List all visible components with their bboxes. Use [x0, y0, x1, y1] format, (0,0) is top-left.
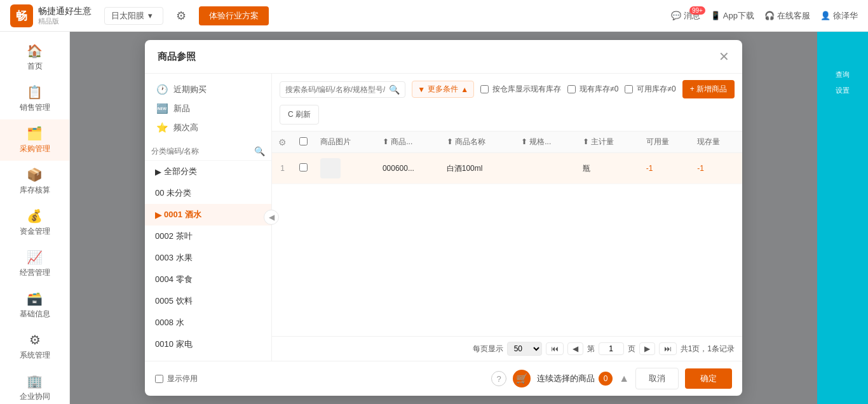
category-0010[interactable]: 0010 家电	[145, 333, 271, 354]
clock-icon: 🕐	[156, 84, 168, 95]
category-0005[interactable]: 0005 饮料	[145, 290, 271, 312]
category-0008[interactable]: 0008 水	[145, 312, 271, 333]
checkbox-nonzero-available-input[interactable]	[625, 85, 633, 93]
more-filters-button[interactable]: ▼ 更多条件 ▲	[412, 81, 474, 98]
checkbox-nonzero-available[interactable]: 可用库存≠0	[625, 84, 675, 95]
modal-toolbar: 🔍 ▼ 更多条件 ▲ 按仓库显示现有库存	[272, 74, 742, 131]
right-panel-settings[interactable]: 设置	[836, 86, 850, 95]
sidebar-item-base[interactable]: 🗃️ 基础信息	[0, 285, 69, 326]
category-0002[interactable]: 0002 茶叶	[145, 226, 271, 247]
product-search-input[interactable]	[285, 85, 385, 94]
category-0001[interactable]: ▶ 0001 酒水	[145, 204, 271, 226]
sidebar-item-operations-label: 经营管理	[20, 267, 50, 278]
user-avatar[interactable]: 👤 徐泽华	[820, 10, 858, 22]
app-edition: 精品版	[38, 17, 92, 26]
page-size-label: 每页显示	[473, 344, 503, 354]
sidebar-item-purchase[interactable]: 🗂️ 采购管理	[0, 119, 69, 161]
logo-icon: 畅	[10, 4, 33, 27]
sidebar-item-system-label: 系统管理	[20, 350, 50, 361]
category-search-input[interactable]	[151, 147, 254, 156]
table-settings-icon[interactable]: ⚙	[278, 137, 287, 147]
row-checkbox[interactable]	[299, 163, 308, 172]
system-icon: ⚙	[29, 332, 41, 347]
sidebar-item-sales[interactable]: 📋 销售管理	[0, 78, 69, 119]
new-icon: 🆕	[156, 103, 168, 114]
checkbox-nonzero-stock[interactable]: 现有库存≠0	[567, 84, 618, 95]
next-page-button[interactable]: ▶	[639, 342, 655, 355]
product-unit: 瓶	[576, 153, 640, 184]
show-disabled-checkbox[interactable]: 显示停用	[155, 374, 198, 384]
category-arrow-0001: ▶	[155, 210, 161, 220]
col-unit: ⬆ 主计量	[576, 131, 640, 153]
settings-icon[interactable]: ⚙	[171, 6, 191, 26]
modal-right-panel: 🔍 ▼ 更多条件 ▲ 按仓库显示现有库存	[272, 74, 742, 361]
finance-icon: 💰	[27, 208, 43, 224]
left-panel-collapse-button[interactable]: ◀	[264, 210, 279, 225]
category-arrow-all: ▶	[155, 167, 161, 177]
sidebar-item-home-label: 首页	[27, 61, 43, 72]
trial-button[interactable]: 体验行业方案	[199, 6, 269, 25]
enterprise-icon: 🏢	[27, 374, 43, 389]
product-reference-modal: 商品参照 ✕ 🕐 近期购买 🆕	[145, 40, 742, 396]
col-img: 商品图片	[314, 131, 376, 153]
refresh-button[interactable]: C 刷新	[280, 105, 319, 125]
add-product-button[interactable]: + 新增商品	[682, 80, 735, 98]
sidebar-item-inventory[interactable]: 📦 库存核算	[0, 161, 69, 202]
checkbox-warehouse[interactable]: 按仓库显示现有库存	[480, 84, 561, 95]
cancel-button[interactable]: 取消	[635, 368, 679, 389]
last-page-button[interactable]: ⏭	[659, 342, 677, 355]
count-badge: 0	[599, 372, 613, 386]
nav-store-selector[interactable]: 日太阳膜 ▾	[104, 7, 163, 25]
col-code: ⬆ 商品...	[376, 131, 440, 153]
main-layout: 🏠 首页 📋 销售管理 🗂️ 采购管理 📦 库存核算 💰 资金管理 📈 经营管理…	[0, 32, 868, 404]
sidebar-item-purchase-label: 采购管理	[20, 144, 50, 154]
col-stock: 现存量	[691, 131, 742, 153]
sidebar-item-enterprise[interactable]: 🏢 企业协同	[0, 367, 69, 404]
sidebar-item-home[interactable]: 🏠 首页	[0, 37, 69, 78]
sidebar-item-base-label: 基础信息	[20, 309, 50, 320]
quick-items: 🕐 近期购买 🆕 新品 ⭐ 频次高	[145, 80, 271, 137]
app-download-item[interactable]: 📱 App下载	[710, 10, 754, 22]
quick-item-frequent[interactable]: ⭐ 频次高	[151, 118, 265, 137]
modal-close-button[interactable]: ✕	[719, 49, 729, 64]
cart-icon[interactable]: 🛒	[513, 370, 531, 387]
product-image	[320, 158, 341, 178]
checkbox-nonzero-stock-input[interactable]	[567, 85, 576, 93]
category-search-icon[interactable]: 🔍	[254, 146, 265, 156]
page-number-input[interactable]	[599, 342, 624, 355]
modal-left-panel: 🕐 近期购买 🆕 新品 ⭐ 频次高	[145, 74, 272, 361]
category-0004[interactable]: 0004 零食	[145, 269, 271, 290]
category-0003[interactable]: 0003 水果	[145, 247, 271, 269]
product-search-icon[interactable]: 🔍	[389, 84, 400, 95]
logo-area: 畅 畅捷通好生意 精品版	[10, 4, 92, 27]
sidebar: 🏠 首页 📋 销售管理 🗂️ 采购管理 📦 库存核算 💰 资金管理 📈 经营管理…	[0, 32, 70, 404]
table-row[interactable]: 1 000600... 白酒100ml 瓶	[272, 153, 742, 184]
total-info: 共1页，1条记录	[681, 344, 735, 354]
select-all-checkbox[interactable]	[299, 137, 308, 145]
sales-icon: 📋	[27, 84, 43, 100]
sidebar-item-finance[interactable]: 💰 资金管理	[0, 202, 69, 243]
message-icon: 💬	[671, 11, 681, 20]
quick-item-recent[interactable]: 🕐 近期购买	[151, 80, 265, 99]
sidebar-item-system[interactable]: ⚙ 系统管理	[0, 326, 69, 367]
confirm-button[interactable]: 确定	[685, 368, 732, 389]
help-icon[interactable]: ?	[491, 371, 506, 386]
category-list: ▶ 全部分类 00 未分类 ▶ 0001 酒水 0002 茶	[145, 161, 271, 354]
category-all[interactable]: ▶ 全部分类	[145, 161, 271, 182]
first-page-button[interactable]: ⏮	[546, 342, 564, 355]
page-size-select[interactable]: 50 100	[507, 342, 542, 356]
quick-item-new[interactable]: 🆕 新品	[151, 99, 265, 118]
nav-right: 💬 消息 99+ 📱 App下载 🎧 在线客服 👤 徐泽华	[671, 10, 858, 22]
sidebar-item-enterprise-label: 企业协同	[20, 391, 50, 402]
selected-count: 连续选择的商品 0	[537, 372, 613, 386]
checkbox-warehouse-input[interactable]	[480, 85, 489, 93]
message-item[interactable]: 💬 消息 99+	[671, 10, 700, 22]
show-disabled-input[interactable]	[155, 375, 163, 383]
online-service-item[interactable]: 🎧 在线客服	[764, 10, 810, 22]
collapse-arrow-icon[interactable]: ▲	[619, 373, 629, 384]
right-panel-query[interactable]: 查询	[836, 70, 850, 79]
filter-icon: ▼	[417, 85, 425, 94]
sidebar-item-operations[interactable]: 📈 经营管理	[0, 243, 69, 285]
prev-page-button[interactable]: ◀	[567, 342, 583, 355]
category-00[interactable]: 00 未分类	[145, 182, 271, 204]
